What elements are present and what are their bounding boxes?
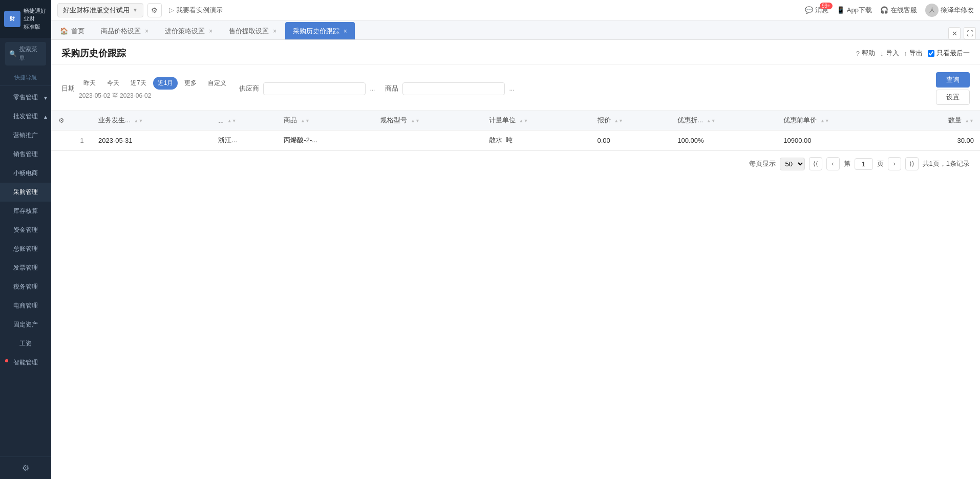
tab-price[interactable]: 商品价格设置 × xyxy=(93,22,156,39)
chevron-icon: ▼ xyxy=(43,95,48,100)
tab-close-strategy[interactable]: × xyxy=(209,28,212,35)
gear-col-icon[interactable]: ⚙ xyxy=(58,117,65,124)
col-header-gear: ⚙ xyxy=(51,111,72,130)
quick-nav-label[interactable]: 快捷导航 xyxy=(0,70,51,83)
sort-icon-product[interactable]: ▲▼ xyxy=(301,118,310,123)
sidebar-item-fixed-assets[interactable]: 固定资产 xyxy=(0,315,51,334)
query-button[interactable]: 查询 xyxy=(936,72,970,88)
sidebar-item-finance[interactable]: 资金管理 xyxy=(0,221,51,239)
sidebar-item-inventory[interactable]: 库存核算 xyxy=(0,202,51,221)
row-unit-cell: 散水 吨 xyxy=(483,130,591,150)
product-filter-label: 商品 xyxy=(385,84,398,93)
sidebar-item-marketing[interactable]: 营销推广 xyxy=(0,126,51,145)
per-page-select[interactable]: 50 xyxy=(780,158,805,170)
tab-home[interactable]: 🏠 首页 xyxy=(52,22,92,39)
page-input[interactable]: 1 xyxy=(855,158,873,170)
pagination-first-button[interactable]: ⟨⟨ xyxy=(809,157,822,170)
page-suffix: 页 xyxy=(877,159,884,168)
sort-icon-quantity[interactable]: ▲▼ xyxy=(965,118,974,123)
date-btn-custom[interactable]: 自定义 xyxy=(203,77,231,90)
filter-settings-button[interactable]: 设置 xyxy=(936,90,970,105)
table-row: 1 2023-05-31 浙江... 丙烯酸-2-... 散水 吨 0.00 1… xyxy=(51,130,980,150)
supplier-input-wrap: ... xyxy=(263,82,377,95)
per-page-label: 每页显示 xyxy=(749,159,776,168)
page-content: 采购历史价跟踪 ? 帮助 ↓ 导入 ↑ 导出 只看最后一 xyxy=(51,40,980,479)
row-date-cell: 2023-05-31 xyxy=(92,130,212,150)
date-btn-7days[interactable]: 近7天 xyxy=(126,77,151,90)
col-header-spec: 规格型号 ▲▼ xyxy=(374,111,483,130)
date-filter-label: 日期 xyxy=(61,84,75,93)
sidebar-item-invoice[interactable]: 发票管理 xyxy=(0,258,51,277)
pagination-last-button[interactable]: ⟩⟩ xyxy=(905,157,919,170)
sort-icon-spec[interactable]: ▲▼ xyxy=(411,118,420,123)
date-btn-1month[interactable]: 近1月 xyxy=(153,77,178,90)
chevron-up-icon: ▲ xyxy=(43,114,48,119)
sort-icon-discount[interactable]: ▲▼ xyxy=(707,118,716,123)
sort-icon-date[interactable]: ▲▼ xyxy=(134,118,143,123)
tabbar-fullscreen-button[interactable]: ⛶ xyxy=(964,27,976,39)
user-menu-button[interactable]: 人 徐泽华修改 xyxy=(925,4,974,17)
tab-purchase-history[interactable]: 采购历史价跟踪 × xyxy=(285,22,355,39)
page-header: 采购历史价跟踪 ? 帮助 ↓ 导入 ↑ 导出 只看最后一 xyxy=(51,40,980,65)
row-quote-cell: 0.00 xyxy=(591,130,672,150)
sidebar-item-purchase[interactable]: 采购管理 xyxy=(0,183,51,202)
row-pre-discount-cell: 10900.00 xyxy=(777,130,900,150)
pagination-total-info: 共1页，1条记录 xyxy=(923,159,970,168)
product-input[interactable] xyxy=(402,82,505,95)
sort-icon-more[interactable]: ▲▼ xyxy=(227,118,237,123)
supplier-more-button[interactable]: ... xyxy=(368,83,377,94)
demo-button[interactable]: ▷ 我要看实例演示 xyxy=(169,6,223,15)
supplier-input[interactable] xyxy=(263,82,366,95)
row-gear-cell xyxy=(51,130,72,150)
home-icon: 🏠 xyxy=(60,27,68,35)
sort-icon-unit[interactable]: ▲▼ xyxy=(519,118,528,123)
only-last-input[interactable] xyxy=(928,50,934,57)
supplier-filter-group: 供应商 ... xyxy=(239,82,377,95)
export-button[interactable]: ↑ 导出 xyxy=(904,49,923,58)
online-service-button[interactable]: 🎧 在线客服 xyxy=(880,6,917,15)
export-icon: ↑ xyxy=(904,50,908,57)
sidebar-item-ecommerce-small[interactable]: 小畅电商 xyxy=(0,164,51,183)
sidebar-item-ecommerce[interactable]: 电商管理 xyxy=(0,296,51,315)
sidebar-item-smart-mgmt[interactable]: 智能管理 xyxy=(0,353,51,372)
help-icon: ? xyxy=(856,50,860,57)
sidebar-bottom: ⚙ xyxy=(0,456,51,479)
sidebar: 财 畅捷通好业财 标准版 🔍 搜索菜单 快捷导航 零售管理 ▼ 批发管理 ▲ 营… xyxy=(0,0,51,479)
app-logo-icon: 财 xyxy=(4,11,20,27)
only-last-checkbox[interactable]: 只看最后一 xyxy=(928,49,970,58)
sidebar-item-retail[interactable]: 零售管理 ▼ xyxy=(0,88,51,107)
sidebar-item-tax[interactable]: 税务管理 xyxy=(0,277,51,296)
edition-selector[interactable]: 好业财标准版交付试用 ▼ xyxy=(57,3,143,17)
app-download-button[interactable]: 📱 App下载 xyxy=(837,6,872,15)
col-header-quantity: 数量 ▲▼ xyxy=(900,111,980,130)
tab-close-price[interactable]: × xyxy=(145,28,148,35)
date-btn-yesterday[interactable]: 昨天 xyxy=(79,77,100,90)
tabbar-close-button[interactable]: ✕ xyxy=(948,27,961,39)
sidebar-search-area: 🔍 搜索菜单 xyxy=(0,38,51,70)
sidebar-item-payroll[interactable]: 工资 xyxy=(0,334,51,353)
product-more-button[interactable]: ... xyxy=(507,83,516,94)
pagination-prev-button[interactable]: ‹ xyxy=(826,157,840,170)
col-header-num xyxy=(72,111,92,130)
tab-close-sale-price[interactable]: × xyxy=(273,28,276,35)
tab-sale-price[interactable]: 售价提取设置 × xyxy=(221,22,284,39)
sort-icon-quote[interactable]: ▲▼ xyxy=(614,118,623,123)
page-label: 第 xyxy=(844,159,850,168)
import-button[interactable]: ↓ 导入 xyxy=(880,49,899,58)
play-icon: ▷ xyxy=(169,6,174,14)
messages-button[interactable]: 💬 消息 99+ xyxy=(805,6,828,15)
date-btn-today[interactable]: 今天 xyxy=(102,77,124,90)
sort-icon-pre-discount[interactable]: ▲▼ xyxy=(820,118,829,123)
sidebar-item-wholesale[interactable]: 批发管理 ▲ xyxy=(0,107,51,126)
col-header-more: ... ▲▼ xyxy=(212,111,278,130)
sidebar-item-sales[interactable]: 销售管理 xyxy=(0,145,51,164)
tab-strategy[interactable]: 进价策略设置 × xyxy=(157,22,220,39)
sidebar-item-general-ledger[interactable]: 总账管理 xyxy=(0,239,51,258)
sidebar-settings-button[interactable]: ⚙ xyxy=(18,461,33,475)
search-menu-button[interactable]: 🔍 搜索菜单 xyxy=(5,42,46,66)
pagination-next-button[interactable]: › xyxy=(888,157,901,170)
tab-close-purchase-history[interactable]: × xyxy=(344,28,347,35)
date-btn-more[interactable]: 更多 xyxy=(180,77,201,90)
topbar-settings-button[interactable]: ⚙ xyxy=(147,3,162,17)
help-button[interactable]: ? 帮助 xyxy=(856,49,875,58)
